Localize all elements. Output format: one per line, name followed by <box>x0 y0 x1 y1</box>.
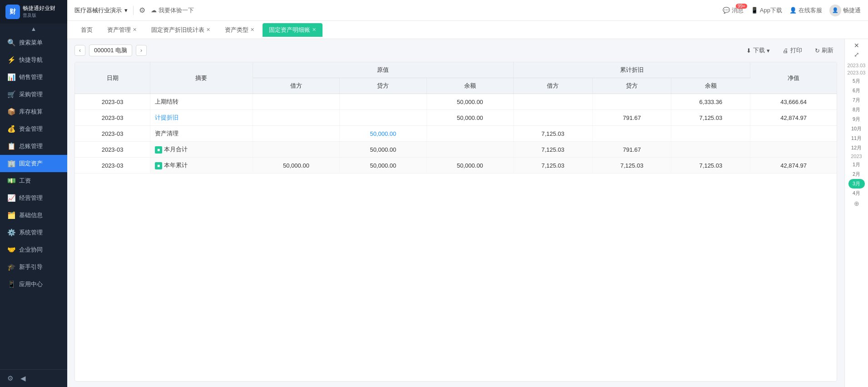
topbar-right: 💬 消息 99+ 📱 App下载 👤 在线客服 👤 畅捷通 <box>723 5 861 16</box>
nav-next-btn[interactable]: › <box>136 45 147 56</box>
tab-asset-type[interactable]: 资产类型 ✕ <box>218 23 261 37</box>
app-download-btn[interactable]: 📱 App下载 <box>751 6 782 15</box>
experience-btn[interactable]: ☁ 我要体验一下 <box>151 6 194 15</box>
timeline-month-11[interactable]: 11月 <box>848 134 865 143</box>
cell-orig-credit: 50,000.00 <box>340 158 427 174</box>
tab-assets-close[interactable]: ✕ <box>133 27 137 33</box>
table-row: 2023-03 计提折旧 50,000.00 791.67 7,125.03 4… <box>75 110 837 126</box>
timeline-month-1[interactable]: 1月 <box>848 160 865 169</box>
cell-dep-credit: 791.67 <box>592 142 671 158</box>
sidebar-item-enterprise[interactable]: 🤝 企业协同 <box>0 241 67 258</box>
download-label: 下载 <box>753 46 765 55</box>
timeline-add-icon[interactable]: ⊕ <box>854 200 859 207</box>
tab-depreciation-close[interactable]: ✕ <box>206 27 210 33</box>
cell-orig-balance <box>427 126 513 142</box>
download-btn[interactable]: ⬇ 下载 ▾ <box>743 45 774 56</box>
sidebar-item-guide[interactable]: 🎓 新手引导 <box>0 258 67 276</box>
sidebar-item-label: 工资 <box>19 177 31 185</box>
cell-dep-balance <box>671 142 750 158</box>
sidebar-item-label: 总账管理 <box>19 142 43 150</box>
timeline-month-8[interactable]: 8月 <box>848 105 865 114</box>
sidebar-item-search[interactable]: 🔍 搜索菜单 <box>0 34 67 51</box>
sidebar-item-sales[interactable]: 📊 销售管理 <box>0 69 67 86</box>
th-original-value: 原值 <box>253 62 513 78</box>
th-accumulated-dep: 累计折旧 <box>513 62 750 78</box>
purchase-icon: 🛒 <box>7 90 15 99</box>
sidebar-item-purchase[interactable]: 🛒 采购管理 <box>0 86 67 103</box>
timeline-month-2[interactable]: 2月 <box>848 169 865 179</box>
timeline-month-12[interactable]: 12月 <box>848 143 865 153</box>
sidebar-scroll-up[interactable]: ▲ <box>0 24 67 34</box>
messages-btn[interactable]: 💬 消息 99+ <box>723 6 744 15</box>
th-orig-balance: 余额 <box>427 78 513 94</box>
cell-summary[interactable]: 计提折旧 <box>150 110 253 126</box>
sidebar-item-label: 新手引导 <box>19 263 43 271</box>
cell-orig-credit: 50,000.00 <box>340 142 427 158</box>
tabbar: 首页 资产管理 ✕ 固定资产折旧统计表 ✕ 资产类型 ✕ 固定资产明细账 ✕ <box>67 21 868 39</box>
timeline-month-9[interactable]: 9月 <box>848 114 865 124</box>
timeline-month-6[interactable]: 6月 <box>848 86 865 95</box>
settings-gear-icon[interactable]: ⚙ <box>139 6 145 15</box>
cell-date: 2023-03 <box>75 126 150 142</box>
sidebar-item-basic-info[interactable]: 🗂️ 基础信息 <box>0 207 67 224</box>
nav-left: ‹ 000001 电脑 › <box>74 45 147 56</box>
service-icon: 👤 <box>789 7 797 14</box>
sidebar-item-system[interactable]: ⚙️ 系统管理 <box>0 224 67 241</box>
sidebar-item-inventory[interactable]: 📦 库存核算 <box>0 103 67 120</box>
tab-asset-type-close[interactable]: ✕ <box>250 27 254 33</box>
tab-detail-close[interactable]: ✕ <box>312 27 316 33</box>
table-row: 2023-03 ■本月合计 50,000.00 7,125.03 791.67 <box>75 142 837 158</box>
tab-depreciation[interactable]: 固定资产折旧统计表 ✕ <box>145 23 217 37</box>
nav-prev-btn[interactable]: ‹ <box>74 45 85 56</box>
sidebar-item-salary[interactable]: 💵 工资 <box>0 172 67 189</box>
timeline-month-4[interactable]: 4月 <box>848 189 865 198</box>
avatar: 👤 <box>829 5 841 16</box>
cell-net-value-ytd: 42,874.97 <box>750 158 837 174</box>
download-arrow: ▾ <box>767 47 770 54</box>
sidebar-item-label: 固定资产 <box>19 159 43 168</box>
main-table: 日期 摘要 原值 累计折旧 净值 借方 贷方 余额 借方 <box>74 62 837 382</box>
cell-date: 2023-03 <box>75 142 150 158</box>
th-orig-debit: 借方 <box>253 78 339 94</box>
settings-icon[interactable]: ⚙ <box>7 374 13 382</box>
experience-label: 我要体验一下 <box>159 6 194 15</box>
capital-icon: 💰 <box>7 125 15 133</box>
sidebar-item-quicknav[interactable]: ⚡ 快捷导航 <box>0 51 67 69</box>
sidebar-item-fixed-assets[interactable]: 🏢 固定资产 <box>0 155 67 172</box>
timeline-month-7[interactable]: 7月 <box>848 95 865 105</box>
print-btn[interactable]: 🖨 打印 <box>779 45 806 56</box>
refresh-label: 刷新 <box>822 46 833 55</box>
sidebar-item-label: 基础信息 <box>19 211 43 219</box>
ytd-icon: ■ <box>155 162 162 169</box>
sidebar-item-label: 资金管理 <box>19 125 43 133</box>
timeline-month-10[interactable]: 10月 <box>848 124 865 134</box>
timeline-expand-btn[interactable]: ⤢ <box>854 51 859 58</box>
cell-dep-debit <box>513 94 592 110</box>
sidebar-item-ledger[interactable]: 📋 总账管理 <box>0 138 67 155</box>
topbar-divider <box>133 6 134 15</box>
cell-dep-credit <box>592 126 671 142</box>
cell-summary: 资产清理 <box>150 126 253 142</box>
sidebar-item-appstore[interactable]: 📱 应用中心 <box>0 276 67 293</box>
sidebar-item-label: 应用中心 <box>19 280 43 288</box>
online-service-btn[interactable]: 👤 在线客服 <box>789 6 822 15</box>
cell-net-value <box>750 142 837 158</box>
sidebar-item-capital[interactable]: 💰 资金管理 <box>0 120 67 138</box>
refresh-btn[interactable]: ↻ 刷新 <box>811 45 837 56</box>
content-inner: ‹ 000001 电脑 › ⬇ 下载 ▾ 🖨 打印 <box>67 39 868 387</box>
collapse-icon[interactable]: ◀ <box>20 374 26 382</box>
tab-home[interactable]: 首页 <box>74 23 99 37</box>
tab-detail[interactable]: 固定资产明细账 ✕ <box>263 23 322 37</box>
timeline-month-5[interactable]: 5月 <box>848 76 865 86</box>
sidebar-item-operations[interactable]: 📈 经营管理 <box>0 189 67 207</box>
company-selector[interactable]: 医疗器械行业演示 ▾ <box>74 6 128 15</box>
timeline-close-btn[interactable]: ✕ <box>854 42 859 49</box>
th-dep-credit: 贷方 <box>592 78 671 94</box>
nav-row: ‹ 000001 电脑 › ⬇ 下载 ▾ 🖨 打印 <box>74 45 837 56</box>
timeline-month-3[interactable]: 3月 <box>848 179 865 189</box>
user-profile[interactable]: 👤 畅捷通 <box>829 5 861 16</box>
tab-assets[interactable]: 资产管理 ✕ <box>101 23 143 37</box>
cell-orig-debit <box>253 126 339 142</box>
table-row: 2023-03 上期结转 50,000.00 6,333.36 43,666.6… <box>75 94 837 110</box>
cell-orig-debit <box>253 142 339 158</box>
